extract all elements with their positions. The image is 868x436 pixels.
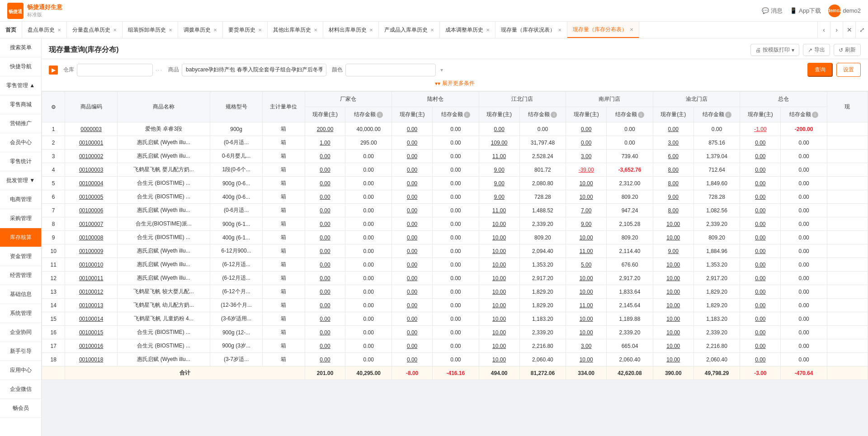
table-row: 1600100015合生元 (BIOSTIME) ...900g (12-...… [42, 326, 868, 339]
info-icon[interactable]: i [638, 112, 644, 118]
page-title: 现存量查询(库存分布) [49, 45, 119, 55]
color-input[interactable] [345, 64, 436, 76]
info-icon[interactable]: i [725, 112, 731, 118]
th-current: 现 [827, 92, 868, 122]
sidebar-item-retail-mall[interactable]: 零售商城 [0, 95, 41, 114]
warehouse-input[interactable] [77, 64, 153, 76]
tab-out[interactable]: 其他出库单历史 ✕ [268, 22, 323, 38]
close-icon[interactable]: ✕ [57, 28, 61, 33]
tab-cost[interactable]: 成本调整单历史 ✕ [440, 22, 495, 38]
filter-row: ▶ 仓库 ··· 商品 颜色 ▾ 查询 设置 [49, 63, 861, 77]
sidebar-item-system[interactable]: 系统管理 [0, 304, 41, 323]
th-c3-qty: 现存量(主) [479, 107, 519, 122]
nav-fullscreen-btn[interactable]: ⤢ [855, 22, 868, 38]
tab-material[interactable]: 材料出库单历史 ✕ [323, 22, 379, 38]
sidebar-item-wholesale[interactable]: 批发管理 ▼ [0, 171, 41, 190]
sidebar-item-member[interactable]: 会员中心 [0, 133, 41, 152]
refresh-btn[interactable]: ↺ 刷新 [834, 44, 861, 56]
settings-btn[interactable]: 设置 [836, 63, 861, 77]
tab-home[interactable]: 首页 [0, 22, 22, 38]
close-icon[interactable]: ✕ [630, 27, 633, 32]
message-btn[interactable]: 💬 消息 [762, 7, 783, 15]
avatar: demo2 [828, 5, 841, 17]
export-icon: ↗ [808, 47, 812, 53]
th-name: 商品名称 [117, 92, 210, 122]
th-c1-qty: 现存量(主) [305, 107, 345, 122]
filter-bar: ▶ 仓库 ··· 商品 颜色 ▾ 查询 设置 [42, 59, 868, 91]
close-icon[interactable]: ✕ [369, 28, 373, 33]
sidebar-item-retail-mgmt[interactable]: 零售管理 ▲ [0, 76, 41, 95]
info-icon[interactable]: i [377, 112, 383, 118]
print-btn[interactable]: 🖨 按模版打印 ▾ [750, 44, 799, 56]
tab-subcheck[interactable]: 分量盘点单历史 ✕ [67, 22, 123, 38]
info-icon[interactable]: i [464, 112, 470, 118]
close-icon[interactable]: ✕ [258, 28, 262, 33]
sidebar-item-purchase[interactable]: 采购管理 [0, 209, 41, 228]
table-row: 200100001惠氏启赋 (Wyeth illu...(0-6月适...箱1.… [42, 136, 868, 150]
sidebar-item-member2[interactable]: 畅会员 [0, 399, 41, 418]
table-row: 1200100011惠氏启赋 (Wyeth illu...(6-12月适...箱… [42, 272, 868, 285]
sidebar-item-ecommerce[interactable]: 电商管理 [0, 190, 41, 209]
nav-prev-btn[interactable]: ‹ [817, 22, 830, 38]
table-row: 1000100009惠氏启赋 (Wyeth illu...6-12月900...… [42, 244, 868, 258]
table-row: 600100005合生元 (BIOSTIME) ...400g (0-6...箱… [42, 190, 868, 204]
tab-check[interactable]: 盘点单历史 ✕ [22, 22, 67, 38]
info-icon[interactable]: i [812, 112, 818, 118]
sidebar-item-finance[interactable]: 资金管理 [0, 247, 41, 266]
close-icon[interactable]: ✕ [558, 28, 561, 33]
th-warehouse-2: 陆村仓 [392, 92, 479, 107]
sidebar-item-operation[interactable]: 经营管理 [0, 266, 41, 285]
tab-product[interactable]: 产成品入库单历史 ✕ [379, 22, 440, 38]
expand-conditions-btn[interactable]: ▾▾ 展开更多条件 [435, 80, 475, 87]
expand-icon-btn[interactable]: ▶ [49, 66, 58, 75]
th-c4-qty: 现存量(主) [566, 107, 607, 122]
nav-close-btn[interactable]: ✕ [843, 22, 855, 38]
sidebar-item-guide[interactable]: 新手引导 [0, 342, 41, 361]
goods-input[interactable] [182, 64, 326, 76]
info-icon[interactable]: i [551, 112, 557, 118]
sidebar-item-inventory[interactable]: 库存核算 [0, 228, 41, 247]
table-row: 300100002惠氏启赋 (Wyeth illu...0-6月婴儿...箱0.… [42, 150, 868, 163]
dropdown-icon: ▾ [792, 47, 794, 53]
dropdown-icon: ▾ [440, 67, 443, 73]
th-warehouse-1: 厂家仓 [305, 92, 392, 107]
table-row: 10000003爱他美 卓睿3段900g箱200.0040,000.000.00… [42, 122, 868, 136]
table-row: 1500100014飞鹤星飞帆 儿童奶粉 4...(3-6岁适用...箱0.00… [42, 312, 868, 326]
th-settings[interactable]: ⚙ [42, 92, 65, 122]
tab-assemble[interactable]: 组装拆卸单历史 ✕ [123, 22, 178, 38]
th-t-qty: 现存量(主) [740, 107, 781, 122]
table-row: 1400100013飞鹤星飞帆 幼儿配方奶...(12-36个月...箱0.00… [42, 299, 868, 312]
app-download-btn[interactable]: 📱 App下载 [790, 7, 821, 15]
tab-transfer[interactable]: 调拨单历史 ✕ [178, 22, 223, 38]
sidebar-item-apps[interactable]: 应用中心 [0, 361, 41, 380]
th-spec: 规格型号 [210, 92, 263, 122]
close-icon[interactable]: ✕ [430, 28, 434, 33]
close-icon[interactable]: ✕ [314, 28, 317, 33]
logo-image: 畅捷通 [7, 3, 24, 19]
th-c2-qty: 现存量(主) [392, 107, 433, 122]
nav-next-btn[interactable]: › [830, 22, 843, 38]
th-warehouse-5: 渝北门店 [653, 92, 740, 107]
table-wrapper: ⚙ 商品编码 商品名称 规格型号 主计量单位 厂家仓 陆村仓 江北门店 南岸门店… [42, 91, 868, 436]
sidebar-item-wechat[interactable]: 企业微信 [0, 380, 41, 399]
sidebar-item-marketing[interactable]: 营销推广 [0, 114, 41, 133]
sidebar-item-basic[interactable]: 基础信息 [0, 285, 41, 304]
tab-order[interactable]: 要货单历史 ✕ [223, 22, 268, 38]
close-icon[interactable]: ✕ [169, 28, 172, 33]
tab-stock-dist[interactable]: 现存量（库存分布表） ✕ [567, 22, 639, 38]
table-row: 1100100010惠氏启赋 (Wyeth illu...(6-12月适...箱… [42, 258, 868, 272]
sidebar-item-retail-stats[interactable]: 零售统计 [0, 152, 41, 171]
close-icon[interactable]: ✕ [113, 28, 117, 33]
close-icon[interactable]: ✕ [213, 28, 217, 33]
table-row: 800100007合生元(BIOSTIME)派...900g (6-1...箱0… [42, 217, 868, 231]
th-c1-val: 结存金额i [345, 107, 392, 122]
query-btn[interactable]: 查询 [807, 63, 833, 77]
close-icon[interactable]: ✕ [486, 28, 490, 33]
export-btn[interactable]: ↗ 导出 [803, 44, 830, 56]
user-avatar-area[interactable]: demo2 demo2 [828, 5, 861, 17]
sidebar-item-nav[interactable]: 快捷导航 [0, 57, 41, 76]
sidebar-item-search[interactable]: 搜索英单 [0, 38, 41, 57]
tab-stock-status[interactable]: 现存量（库存状况表） ✕ [495, 22, 567, 38]
th-total: 总仓 [740, 92, 827, 107]
sidebar-item-enterprise[interactable]: 企业协同 [0, 323, 41, 342]
